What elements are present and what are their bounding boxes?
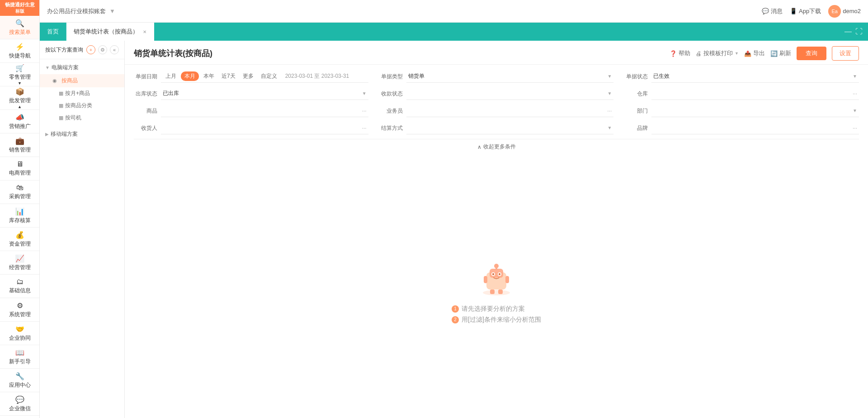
workspace-dropdown-icon[interactable]: ▼ — [109, 8, 115, 14]
workspace-label: 办公用品行业模拟账套 — [47, 7, 106, 15]
messages-btn[interactable]: 💬 消息 — [762, 7, 783, 15]
sidebar-item-marketing[interactable]: 📣 营销推广 — [0, 110, 39, 133]
sidebar-corp-wechat-label: 企业微信 — [9, 405, 31, 413]
tab-close-icon[interactable]: ✕ — [143, 29, 146, 34]
print-label: 按模板打印 — [703, 49, 733, 57]
sidebar-item-quick-nav[interactable]: ⚡ 快捷导航 — [0, 39, 39, 63]
sidebar-item-basic[interactable]: 🗂 基础信息 — [0, 275, 39, 298]
tree-group-mobile-header[interactable]: ▶ 移动端方案 — [40, 128, 124, 141]
warehouse-filter-value[interactable]: ··· — [651, 87, 859, 100]
dept-filter-value[interactable]: ▼ — [651, 104, 859, 117]
sales-stat-tab-label: 销货单统计表（按商品） — [74, 28, 138, 36]
tree-expand-icon: ▼ — [45, 65, 50, 70]
refresh-btn[interactable]: 🔄 刷新 — [770, 49, 791, 57]
sidebar-item-system[interactable]: ⚙ 系统管理 — [0, 298, 39, 322]
sidebar-item-search[interactable]: 🔍 搜索菜单 — [0, 16, 39, 39]
tab-sales-stat[interactable]: 销货单统计表（按商品） ✕ — [66, 23, 154, 41]
left-panel-actions: + ⚙ « — [86, 45, 119, 54]
tab-maximize-icon[interactable]: ⛶ — [855, 28, 863, 36]
tree-item-by-cashier[interactable]: ▦ 按司机 — [40, 112, 124, 124]
salesperson-filter-value[interactable]: ··· — [406, 104, 614, 117]
filter-docstatus-col: 单据状态 已生效 ▼ — [624, 70, 859, 83]
payment-filter-value[interactable]: ▼ — [406, 122, 614, 134]
sidebar-item-retail[interactable]: 🛒 零售管理 ▼ — [0, 63, 39, 86]
app-logo: 畅捷通好生意 标版 — [0, 0, 39, 16]
sidebar-item-member[interactable]: 👑 畅会员 — [0, 416, 39, 418]
doctype-filter-value[interactable]: 销货单 ▼ — [406, 70, 614, 83]
system-icon: ⚙ — [17, 301, 23, 310]
guide-icon: 📖 — [15, 348, 24, 357]
date-btn-last-7[interactable]: 近7天 — [219, 71, 238, 81]
sidebar-retail-label: 零售管理 — [9, 73, 31, 81]
settings-button[interactable]: 设置 — [832, 46, 859, 61]
tab-home[interactable]: 首页 — [40, 23, 66, 41]
date-filter-value[interactable]: 上月 本月 本年 近7天 更多 自定义 2023-03-01 至 2023-03… — [161, 70, 368, 83]
receiver-filter-label: 收货人 — [134, 124, 161, 132]
settings-scheme-btn[interactable]: ⚙ — [98, 45, 107, 54]
date-btn-last-month[interactable]: 上月 — [163, 71, 179, 81]
sidebar-item-sales[interactable]: 💼 销售管理 — [0, 133, 39, 157]
svg-rect-10 — [498, 290, 503, 294]
brand-dots: ··· — [853, 125, 857, 131]
tab-minimize-icon[interactable]: — — [844, 28, 852, 36]
sidebar-item-operations[interactable]: 📈 经营管理 — [0, 251, 39, 275]
app-download-btn[interactable]: 📱 App下载 — [790, 7, 821, 15]
outstatus-dropdown-icon: ▼ — [362, 91, 367, 96]
sidebar-item-corp-wechat[interactable]: 💬 企业微信 — [0, 392, 39, 416]
collectstatus-dropdown-icon: ▼ — [607, 91, 612, 96]
messages-label: 消息 — [771, 7, 783, 15]
date-btn-more[interactable]: 更多 — [240, 71, 256, 81]
retail-icon: 🛒 — [15, 64, 24, 72]
add-scheme-btn[interactable]: + — [86, 45, 95, 54]
export-label: 导出 — [753, 49, 765, 57]
brand-filter-value[interactable]: ··· — [651, 122, 859, 134]
tree-group-desktop-header[interactable]: ▼ 电脑端方案 — [40, 61, 124, 74]
collapse-label: 收起更多条件 — [483, 143, 516, 151]
collapse-panel-btn[interactable]: « — [110, 45, 119, 54]
inventory-icon: 📊 — [15, 207, 24, 216]
tree-item-by-product[interactable]: ◉ 按商品 — [40, 74, 124, 87]
svg-rect-9 — [490, 290, 495, 294]
export-btn[interactable]: 📤 导出 — [744, 49, 765, 57]
sidebar-item-ecommerce[interactable]: 🖥 电商管理 — [0, 157, 39, 180]
query-button[interactable]: 查询 — [797, 47, 826, 60]
basic-icon: 🗂 — [16, 278, 24, 286]
date-btn-this-month[interactable]: 本月 — [181, 71, 199, 81]
receiver-filter-value[interactable]: ··· — [161, 122, 368, 134]
date-btn-this-year[interactable]: 本年 — [201, 71, 217, 81]
product-filter-value[interactable]: ··· — [161, 104, 368, 117]
enterprise-icon: 🤝 — [15, 325, 24, 333]
wholesale-expand-icon: ▲ — [18, 104, 22, 109]
corp-wechat-icon: 💬 — [15, 395, 24, 404]
sidebar-item-finance[interactable]: 💰 资金管理 — [0, 228, 39, 251]
sidebar-item-guide[interactable]: 📖 新手引导 — [0, 345, 39, 369]
sidebar-item-inventory[interactable]: 📊 库存核算 — [0, 204, 39, 228]
sidebar-search-label: 搜索菜单 — [9, 28, 31, 36]
operations-icon: 📈 — [15, 254, 24, 263]
docstatus-filter-value[interactable]: 已生效 ▼ — [651, 70, 859, 83]
date-btn-custom[interactable]: 自定义 — [258, 71, 280, 81]
user-info[interactable]: Ea demo2 — [828, 5, 861, 18]
collectstatus-filter-value[interactable]: ▼ — [406, 87, 614, 100]
sidebar-item-wholesale[interactable]: 📦 批发管理 ▲ — [0, 86, 39, 110]
sidebar-operations-label: 经营管理 — [9, 264, 31, 271]
print-btn[interactable]: 🖨 按模板打印 ▼ — [696, 49, 739, 57]
outstatus-filter-value[interactable]: 已出库 ▼ — [161, 87, 368, 100]
sidebar-item-app-center[interactable]: 🔧 应用中心 — [0, 369, 39, 392]
sidebar-item-purchase[interactable]: 🛍 采购管理 — [0, 180, 39, 204]
svg-rect-8 — [505, 276, 509, 283]
help-icon: ❓ — [670, 50, 677, 57]
filter-doctype-col: 单据类型 销货单 ▼ — [379, 70, 614, 83]
help-btn[interactable]: ❓ 帮助 — [670, 49, 690, 57]
left-panel: 按以下方案查询 + ⚙ « ▼ 电脑端方案 ◉ 按商品 ▦ 按月 — [40, 41, 125, 418]
date-filter-label: 单据日期 — [134, 73, 161, 81]
collapse-filters-btn[interactable]: ∧ 收起更多条件 — [134, 139, 859, 154]
tree-item-by-month-product[interactable]: ▦ 按月+商品 — [40, 87, 124, 100]
filter-area: 单据日期 上月 本月 本年 近7天 更多 自定义 2023-03-01 至 20… — [125, 65, 868, 160]
finance-icon: 💰 — [15, 231, 24, 239]
sidebar-item-enterprise[interactable]: 🤝 企业协同 — [0, 322, 39, 345]
brand-filter-label: 品牌 — [624, 124, 651, 132]
tree-group-mobile: ▶ 移动端方案 — [40, 126, 124, 142]
print-icon: 🖨 — [696, 50, 702, 57]
tree-item-by-product-cat[interactable]: ▦ 按商品分类 — [40, 100, 124, 112]
